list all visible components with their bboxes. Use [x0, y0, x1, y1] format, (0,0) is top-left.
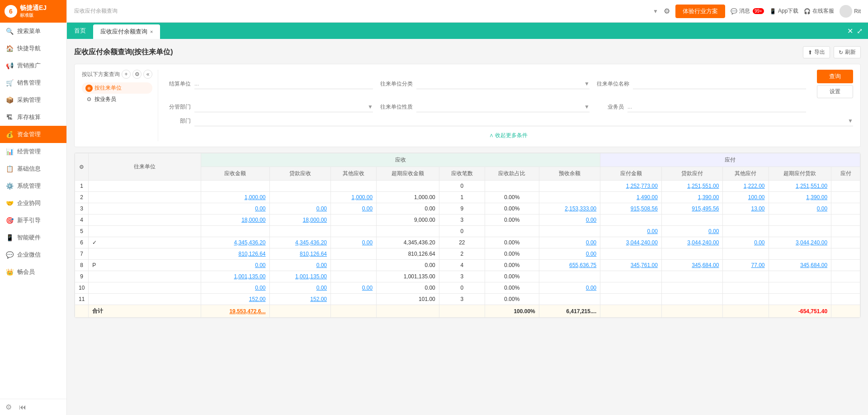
tab-home[interactable]: 首页: [67, 23, 93, 39]
tab-maximize-icon[interactable]: ⤢: [857, 27, 863, 35]
settlement-input[interactable]: ...: [194, 79, 373, 89]
table-cell[interactable]: 0.00: [539, 237, 600, 248]
table-cell[interactable]: 0.00: [539, 282, 600, 294]
table-cell[interactable]: 1,000.00: [201, 192, 269, 203]
sidebar-item-baseinfo[interactable]: 📋 基础信息: [0, 160, 66, 177]
table-cell[interactable]: 3,044,240.00: [661, 237, 723, 248]
table-cell[interactable]: 4,345,436.20: [201, 237, 269, 248]
table-cell[interactable]: 4,345,436.20: [269, 237, 331, 248]
sidebar-item-finance[interactable]: 💰 资金管理: [0, 126, 66, 143]
table-cell[interactable]: 0.00: [539, 248, 600, 260]
salesperson-input[interactable]: ...: [627, 102, 806, 112]
table-cell[interactable]: 810,126.64: [269, 248, 331, 260]
table-cell[interactable]: 0.00: [723, 237, 769, 248]
online-service-button[interactable]: 🎧 在线客服: [804, 7, 834, 15]
table-cell[interactable]: 0.00: [269, 282, 331, 294]
collapse-more-button[interactable]: ∧ 收起更多条件: [164, 130, 853, 141]
sidebar-item-operations[interactable]: 📊 经营管理: [0, 143, 66, 160]
partner-category-input[interactable]: ▼: [416, 79, 590, 89]
sidebar-item-system[interactable]: ⚙️ 系统管理: [0, 177, 66, 195]
tab-close-window-icon[interactable]: ✕: [847, 27, 853, 35]
table-cell[interactable]: 3,044,240.00: [600, 237, 662, 248]
refresh-button[interactable]: ↻ 刷新: [834, 46, 861, 58]
table-cell[interactable]: 18,000.00: [201, 215, 269, 226]
partner-category-label: 往来单位分类: [380, 80, 413, 88]
sidebar-item-marketing[interactable]: 📢 营销推广: [0, 57, 66, 74]
query-button[interactable]: 查询: [817, 70, 853, 83]
dept2-input[interactable]: ▼: [194, 116, 853, 126]
table-cell[interactable]: 1,251,551.00: [661, 181, 723, 192]
table-cell[interactable]: 0.00: [539, 215, 600, 226]
table-cell[interactable]: 345,684.00: [769, 260, 831, 271]
message-button[interactable]: 💬 消息 99+: [731, 7, 764, 15]
col-receivable-count: 应收笔数: [439, 167, 485, 181]
partner-nature-input[interactable]: ▼: [416, 102, 590, 112]
footer-total-receivable[interactable]: 19,553,472,6...: [201, 305, 269, 318]
table-cell[interactable]: 810,126.64: [201, 248, 269, 260]
setting-button[interactable]: 设置: [817, 85, 853, 98]
app-download-button[interactable]: 📱 App下载: [769, 7, 798, 15]
sidebar-item-hardware[interactable]: 📱 智能硬件: [0, 229, 66, 246]
table-cell[interactable]: 345,684.00: [661, 260, 723, 271]
sidebar-item-member[interactable]: 👑 畅会员: [0, 263, 66, 281]
table-cell[interactable]: 0.00: [661, 226, 723, 237]
table-cell[interactable]: 0.00: [331, 282, 377, 294]
sidebar-settings-icon[interactable]: ⚙: [5, 403, 12, 411]
table-cell[interactable]: 1,001,135.00: [201, 271, 269, 282]
table-cell[interactable]: 1,490.00: [600, 192, 662, 203]
table-cell[interactable]: 345,761.00: [600, 260, 662, 271]
table-cell[interactable]: 655,636.75: [539, 260, 600, 271]
sidebar-item-wechat[interactable]: 💬 企业微信: [0, 246, 66, 263]
table-cell[interactable]: 0.00: [331, 237, 377, 248]
table-cell[interactable]: 152.00: [201, 294, 269, 305]
sidebar-item-guide[interactable]: 🎯 新手引导: [0, 212, 66, 229]
dept-input[interactable]: ▼: [194, 102, 373, 112]
table-cell[interactable]: 0.00: [201, 282, 269, 294]
tab-close-icon[interactable]: ×: [150, 29, 153, 34]
dropdown-arrow-icon[interactable]: ▼: [653, 8, 658, 14]
table-cell[interactable]: 1,252,773.00: [600, 181, 662, 192]
scheme-option-salesperson[interactable]: ⊙ 按业务员: [82, 94, 152, 105]
table-cell[interactable]: 13.00: [723, 203, 769, 215]
table-cell[interactable]: 18,000.00: [269, 215, 331, 226]
sidebar-item-purchase[interactable]: 📦 采购管理: [0, 91, 66, 109]
table-cell[interactable]: 2,153,333.00: [539, 203, 600, 215]
table-cell[interactable]: 100.00: [723, 192, 769, 203]
table-cell[interactable]: 1,222.00: [723, 181, 769, 192]
table-cell[interactable]: 1,251,551.00: [769, 181, 831, 192]
table-cell[interactable]: 915,508.56: [600, 203, 662, 215]
table-cell[interactable]: 0.00: [269, 203, 331, 215]
table-cell[interactable]: 1,390.00: [661, 192, 723, 203]
table-cell[interactable]: 1,001,135.00: [269, 271, 331, 282]
table-cell[interactable]: 1,390.00: [769, 192, 831, 203]
table-cell[interactable]: 0.00: [269, 260, 331, 271]
tab-ar-query[interactable]: 应收应付余额查询 ×: [93, 24, 160, 39]
sidebar-item-search[interactable]: 🔍 搜索菜单: [0, 23, 66, 40]
scheme-option-partner[interactable]: ⊕ 按往来单位: [82, 82, 152, 94]
table-cell[interactable]: 0.00: [201, 260, 269, 271]
table-cell[interactable]: 152.00: [269, 294, 331, 305]
table-cell[interactable]: 0.00: [600, 226, 662, 237]
sidebar-item-collab[interactable]: 🤝 企业协同: [0, 195, 66, 212]
scheme-setting-button[interactable]: ⚙: [132, 70, 142, 79]
table-cell[interactable]: 77.00: [723, 260, 769, 271]
sidebar-item-inventory[interactable]: 🏗 库存核算: [0, 109, 66, 126]
table-cell[interactable]: 0.00: [331, 203, 377, 215]
table-cell[interactable]: 0.00: [201, 203, 269, 215]
settings-gear-icon[interactable]: ⚙: [664, 7, 670, 15]
table-cell[interactable]: 3,044,240.00: [769, 237, 831, 248]
scheme-collapse-button[interactable]: «: [143, 70, 152, 79]
solution-button[interactable]: 体验行业方案: [675, 5, 725, 18]
add-scheme-button[interactable]: +: [122, 70, 131, 79]
sidebar-item-sales[interactable]: 🛒 销售管理: [0, 74, 66, 91]
table-cell[interactable]: 1,000.00: [331, 192, 377, 203]
user-profile[interactable]: Rit: [840, 5, 861, 18]
table-cell[interactable]: 915,495.56: [661, 203, 723, 215]
table-cell[interactable]: 0.00: [769, 203, 831, 215]
partner-name-input[interactable]: [633, 79, 806, 89]
sidebar-collapse-icon[interactable]: ⏮: [19, 403, 26, 411]
table-settings-icon[interactable]: ⚙: [79, 164, 84, 170]
table-cell: [600, 215, 662, 226]
export-button[interactable]: ⬆ 导出: [803, 46, 830, 58]
sidebar-item-quicknav[interactable]: 🏠 快捷导航: [0, 40, 66, 57]
